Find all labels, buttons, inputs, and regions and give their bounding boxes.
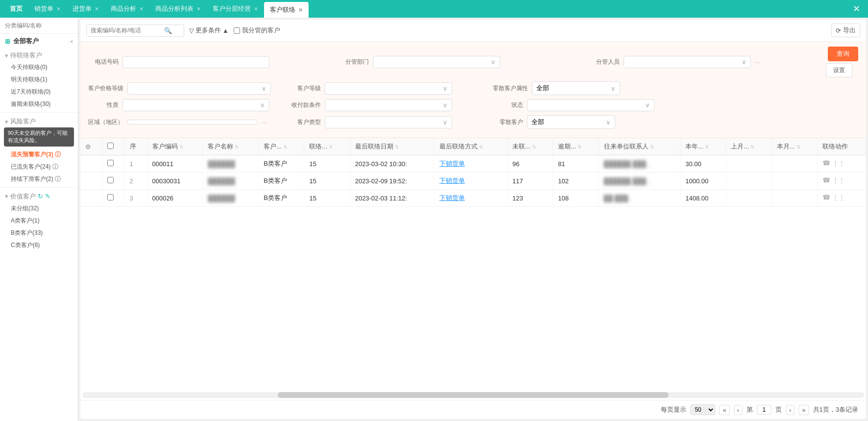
more-options-icon[interactable]: ··· xyxy=(751,58,764,66)
sidebar-item-7days-pending[interactable]: 近7天待联络(0) xyxy=(0,86,78,98)
tab-sales[interactable]: 销货单 ✕ xyxy=(28,0,67,18)
row-last-contact-method[interactable]: 下销货单 xyxy=(434,190,507,207)
more-actions-icon[interactable]: ⋮⋮ xyxy=(832,159,845,167)
filter-customer-type-select[interactable]: ∨ xyxy=(325,116,452,128)
last-contact-date-col-header[interactable]: 最后联络日期⇅ xyxy=(350,138,434,155)
settings-button[interactable]: 设置 xyxy=(826,63,852,77)
row-checkbox-cell[interactable] xyxy=(102,190,124,207)
sidebar-item-ungroup[interactable]: 未分组(32) xyxy=(0,202,78,215)
filter-manager-label: 分管人员 xyxy=(589,58,624,66)
filter-price-level-select[interactable]: ∨ xyxy=(127,82,271,95)
sidebar-item-class-b[interactable]: B类客户(33) xyxy=(0,227,78,239)
row-action-cell[interactable] xyxy=(80,190,102,207)
row-checkbox[interactable] xyxy=(107,160,114,166)
last-page-button[interactable]: » xyxy=(798,405,809,415)
filter-status-select[interactable]: ∨ xyxy=(527,99,654,111)
query-button[interactable]: 查询 xyxy=(828,47,858,61)
more-actions-icon[interactable]: ⋮⋮ xyxy=(832,176,845,184)
customer-type-col-header[interactable]: 客户...⇅ xyxy=(259,138,304,155)
row-actions[interactable]: ☎ ⋮⋮ xyxy=(818,190,866,205)
sidebar-search-input[interactable] xyxy=(5,22,78,29)
customer-code-col-header[interactable]: 客户编码⇅ xyxy=(147,138,203,155)
my-customers-check[interactable] xyxy=(234,27,240,34)
unit-contact-col-header[interactable]: 往来单位联系人⇅ xyxy=(599,138,680,155)
settings-col-header[interactable]: ⚙ xyxy=(80,138,102,155)
row-action-cell[interactable] xyxy=(80,155,102,173)
close-icon[interactable]: ✕ xyxy=(139,6,144,12)
region-more-icon[interactable]: ··· xyxy=(258,119,271,126)
sidebar-item-churn-warning[interactable]: 流失预警客户(3) ⓘ xyxy=(0,149,78,161)
sidebar-item-churned[interactable]: 已流失客户(24) ⓘ xyxy=(0,161,78,173)
row-customer-code: 000011 xyxy=(147,155,203,173)
row-actions[interactable]: ☎ ⋮⋮ xyxy=(818,173,866,188)
page-number-input[interactable] xyxy=(757,405,772,415)
tab-product-list[interactable]: 商品分析列表 ✕ xyxy=(149,0,207,18)
horizontal-scrollbar[interactable] xyxy=(82,392,864,398)
next-page-button[interactable]: › xyxy=(786,405,795,415)
row-action-cell[interactable] xyxy=(80,173,102,190)
this-month-col-header[interactable]: 本月...⇅ xyxy=(772,138,817,155)
sidebar-group-value[interactable]: ▾ 价值客户 ↻ ✎ xyxy=(0,190,78,202)
close-icon[interactable]: ✕ xyxy=(254,6,258,12)
more-actions-icon[interactable]: ⋮⋮ xyxy=(832,194,845,201)
row-actions[interactable]: ☎ ⋮⋮ xyxy=(818,155,866,171)
filter-more-conditions-button[interactable]: ▽ 更多条件 ▲ xyxy=(189,26,229,35)
close-icon[interactable]: ✕ xyxy=(95,6,99,12)
filter-region-label: 区域（地区） xyxy=(88,118,127,126)
filter-department-select[interactable]: ∨ xyxy=(373,56,500,68)
row-checkbox[interactable] xyxy=(107,177,114,183)
contact-icon[interactable]: ☎ xyxy=(822,159,830,167)
close-icon[interactable]: ✕ xyxy=(196,6,201,12)
export-button[interactable]: ⟳ 导出 xyxy=(831,24,860,37)
row-checkbox-cell[interactable] xyxy=(102,155,124,173)
close-icon[interactable]: ✕ xyxy=(298,7,303,13)
overdue-col-header[interactable]: 逾期...⇅ xyxy=(553,138,599,155)
row-last-contact-method[interactable]: 下销货单 xyxy=(434,155,507,173)
select-all-checkbox[interactable] xyxy=(107,143,114,149)
filter-search-input[interactable] xyxy=(91,27,164,34)
last-contact-method-col-header[interactable]: 最后联络方式⇅ xyxy=(434,138,507,155)
sidebar-all-customers[interactable]: ⊞ 全部客户 « xyxy=(0,34,78,49)
sidebar-item-today-pending[interactable]: 今天待联络(0) xyxy=(0,61,78,74)
uncontacted-col-header[interactable]: 未联...⇅ xyxy=(507,138,553,155)
sidebar-item-declining[interactable]: 持续下滑客户(2) ⓘ xyxy=(0,173,78,185)
sidebar-group-pending[interactable]: ▾ 待联络客户 xyxy=(0,49,78,61)
contact-icon[interactable]: ☎ xyxy=(822,176,830,184)
filter-phone-input[interactable] xyxy=(122,56,269,68)
filter-manager-select[interactable]: ∨ xyxy=(624,56,751,68)
row-checkbox[interactable] xyxy=(107,194,114,200)
contact-icon[interactable]: ☎ xyxy=(822,194,830,201)
tab-customer-tier[interactable]: 客户分层经营 ✕ xyxy=(207,0,264,18)
prev-page-button[interactable]: ‹ xyxy=(734,405,743,415)
tab-product-analysis[interactable]: 商品分析 ✕ xyxy=(105,0,149,18)
filter-retail-attr-select[interactable]: 全部 ∨ xyxy=(532,81,620,95)
filter-region-select[interactable] xyxy=(127,120,258,124)
this-year-col-header[interactable]: 本年...⇅ xyxy=(680,138,726,155)
filter-retail-customer-select[interactable]: 全部 ∨ xyxy=(527,115,615,129)
row-customer-name: ██████ xyxy=(203,190,259,207)
sidebar-item-tomorrow-pending[interactable]: 明天待联络(1) xyxy=(0,74,78,86)
per-page-select[interactable]: 50 100 200 xyxy=(690,404,715,415)
checkbox-col-header[interactable] xyxy=(102,138,124,155)
my-customers-checkbox[interactable]: 我分管的客户 xyxy=(234,26,280,35)
sidebar-group-risk[interactable]: ▾ 风险客户 xyxy=(0,115,78,127)
row-last-contact-method[interactable]: 下销货单 xyxy=(434,173,507,190)
tab-customer-contact[interactable]: 客户联络 ✕ xyxy=(264,2,309,18)
sidebar-item-class-c[interactable]: C类客户(6) xyxy=(0,239,78,251)
sidebar-item-class-a[interactable]: A类客户(1) xyxy=(0,215,78,227)
first-page-button[interactable]: « xyxy=(719,405,729,415)
tab-home[interactable]: 首页 xyxy=(4,0,28,18)
window-close-button[interactable]: ✕ xyxy=(849,3,864,14)
filter-payment-select[interactable]: ∨ xyxy=(325,99,452,111)
sidebar-item-overdue-pending[interactable]: 逾期未联络(30) xyxy=(0,98,78,110)
scrollbar-thumb[interactable] xyxy=(278,392,669,398)
filter-nature-select[interactable]: ∨ xyxy=(122,99,269,111)
last-month-col-header[interactable]: 上月...⇅ xyxy=(726,138,772,155)
tab-purchase[interactable]: 进货单 ✕ xyxy=(67,0,105,18)
row-checkbox-cell[interactable] xyxy=(102,173,124,190)
filter-customer-level-select[interactable]: ∨ xyxy=(325,82,452,95)
collapse-icon[interactable]: « xyxy=(70,39,73,44)
customer-name-col-header[interactable]: 客户名称⇅ xyxy=(203,138,259,155)
close-icon[interactable]: ✕ xyxy=(56,6,61,12)
contact-col-header[interactable]: 联络...⇅ xyxy=(304,138,350,155)
